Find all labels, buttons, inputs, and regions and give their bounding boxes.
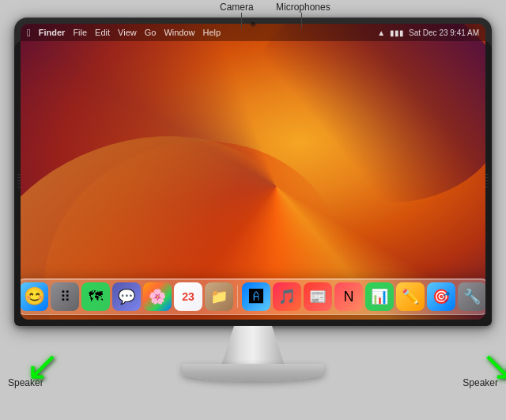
dock-icon-appstore[interactable]: 🅰 bbox=[242, 282, 270, 311]
dock: 😊 ⠿ 🗺 💬 🌸 bbox=[21, 278, 485, 315]
dock-icon-launchpad[interactable]: ⠿ bbox=[51, 282, 79, 311]
dock-icon-msteams[interactable]: 💬 bbox=[112, 282, 141, 311]
grille-hole bbox=[485, 180, 489, 181]
green-arrow-left-icon: ↙ bbox=[25, 345, 60, 386]
menubar-battery-icon[interactable]: ▮▮▮ bbox=[390, 28, 404, 37]
dock-icon-photos[interactable]: 🌸 bbox=[143, 282, 172, 311]
menubar-app-name[interactable]: Finder bbox=[39, 28, 66, 37]
monitor-stand-base bbox=[182, 364, 324, 381]
dock-icon-settings[interactable]: 🔧 bbox=[458, 282, 485, 311]
dock-icon-news[interactable]: 📰 bbox=[304, 282, 332, 311]
dock-icon-music[interactable]: 🎵 bbox=[273, 282, 301, 311]
menubar-datetime: Sat Dec 23 9:41 AM bbox=[409, 28, 479, 37]
grille-hole bbox=[485, 187, 489, 187]
dock-icon-finder[interactable]: 😊 bbox=[21, 282, 48, 311]
wallpaper:  Finder File Edit View Go Window Help ▲… bbox=[21, 24, 485, 320]
apple-menu-icon[interactable]:  bbox=[27, 27, 31, 39]
menubar-window[interactable]: Window bbox=[164, 28, 194, 37]
menubar-edit[interactable]: Edit bbox=[95, 28, 110, 37]
dock-icon-maps[interactable]: 🗺 bbox=[81, 282, 110, 311]
dock-icon-pages[interactable]: ✏️ bbox=[396, 282, 425, 311]
dock-icon-numbers[interactable]: 📊 bbox=[365, 282, 394, 311]
menubar-view[interactable]: View bbox=[118, 28, 137, 37]
scene: Camera Microphones bbox=[0, 0, 506, 420]
dock-icon-files[interactable]: 📁 bbox=[205, 282, 233, 311]
menubar-left:  Finder File Edit View Go Window Help bbox=[27, 27, 377, 39]
menubar-file[interactable]: File bbox=[73, 28, 87, 37]
dock-icon-keynote[interactable]: 🎯 bbox=[427, 282, 455, 311]
menubar-go[interactable]: Go bbox=[145, 28, 157, 37]
dock-icon-calendar[interactable]: 23 bbox=[174, 282, 202, 311]
grille-hole bbox=[485, 174, 489, 175]
menubar-wifi-icon[interactable]: ▲ bbox=[377, 28, 385, 37]
camera-label: Camera bbox=[220, 2, 254, 13]
dock-container: 😊 ⠿ 🗺 💬 🌸 bbox=[21, 278, 485, 315]
menubar:  Finder File Edit View Go Window Help ▲… bbox=[21, 24, 485, 41]
dock-separator bbox=[237, 286, 238, 308]
top-labels: Camera Microphones bbox=[0, 0, 506, 22]
microphones-label: Microphones bbox=[276, 2, 330, 13]
monitor-stand-neck bbox=[221, 326, 285, 365]
menubar-right: ▲ ▮▮▮ Sat Dec 23 9:41 AM bbox=[377, 28, 479, 37]
wallpaper-swirl-conic bbox=[21, 24, 485, 320]
monitor-screen:  Finder File Edit View Go Window Help ▲… bbox=[21, 24, 485, 320]
grille-hole bbox=[485, 184, 489, 184]
green-arrow-right-icon: ↘ bbox=[481, 345, 506, 386]
dock-icon-extra1[interactable]: N bbox=[334, 282, 363, 311]
monitor-bezel:  Finder File Edit View Go Window Help ▲… bbox=[14, 17, 492, 326]
grille-hole bbox=[485, 177, 489, 178]
menubar-help[interactable]: Help bbox=[203, 28, 221, 37]
